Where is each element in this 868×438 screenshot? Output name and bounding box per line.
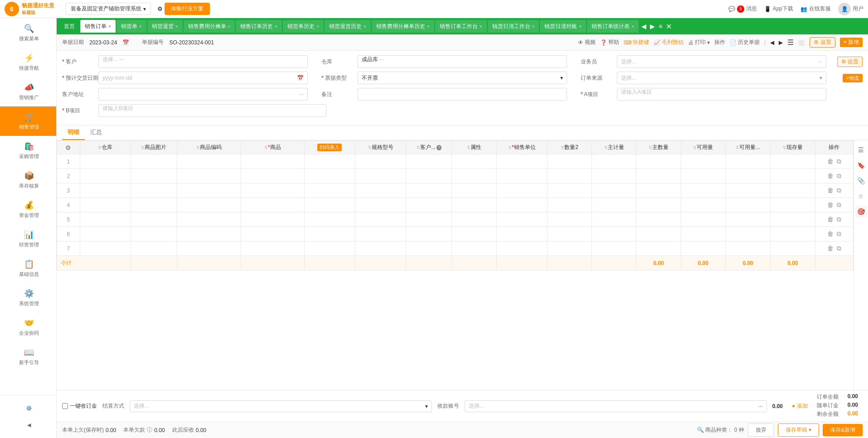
tab-sales-expense[interactable]: 销售费用分摊单 × xyxy=(184,20,235,33)
tab-next-btn[interactable]: ▶ xyxy=(648,23,657,30)
tab-summary[interactable]: 汇总 xyxy=(85,125,107,140)
calendar-icon[interactable]: 📅 xyxy=(122,39,129,46)
row-6-warehouse[interactable] xyxy=(80,227,131,241)
tab-sales-order-history[interactable]: 销售订单历史 × xyxy=(236,20,282,33)
row-5-available[interactable] xyxy=(681,212,725,227)
row-7-available[interactable] xyxy=(681,241,725,256)
tab-menu-btn[interactable]: ≡ xyxy=(657,23,664,30)
system-selector[interactable]: 装备及固定资产辅助管理系统 ▾ xyxy=(66,3,151,15)
right-panel-bookmark-icon[interactable]: 🔖 xyxy=(855,159,867,171)
sidebar-item-cooperation[interactable]: 🤝 企业协同 xyxy=(0,313,56,342)
row-4-qty2[interactable] xyxy=(547,198,592,212)
row-3-attr[interactable] xyxy=(452,183,496,198)
row-4-copy-btn[interactable]: ⧉ xyxy=(836,200,842,210)
warehouse-more-icon[interactable]: ··· xyxy=(379,56,384,63)
row-4-available2[interactable] xyxy=(725,198,771,212)
tab-sales-order[interactable]: 销售订单 × xyxy=(80,20,116,33)
row-6-customer-code[interactable] xyxy=(406,227,452,241)
setting-button[interactable]: ⚙ 设置 xyxy=(810,37,835,48)
online-service-item[interactable]: 👥 在线客服 xyxy=(800,5,831,13)
row-1-copy-btn[interactable]: ⧉ xyxy=(836,157,842,166)
row-3-main-qty[interactable] xyxy=(636,183,681,198)
tab-close-all-btn[interactable]: ✕ xyxy=(664,22,674,31)
row-3-copy-btn[interactable]: ⧉ xyxy=(836,186,842,195)
tab-prev-btn[interactable]: ◀ xyxy=(640,23,648,30)
row-3-available2[interactable] xyxy=(725,183,771,198)
row-3-customer-code[interactable] xyxy=(406,183,452,198)
row-4-main-unit[interactable] xyxy=(592,198,636,212)
delivery-input[interactable]: yyyy-mm-dd 📅 xyxy=(98,72,308,84)
row-6-delete-btn[interactable]: 🗑 xyxy=(826,229,834,238)
row-2-name[interactable] xyxy=(241,169,304,183)
tab-close-sales-bill[interactable]: × xyxy=(139,24,142,29)
right-panel-attach-icon[interactable]: 📎 xyxy=(855,175,867,187)
sidebar-item-purchase[interactable]: 🛍️ 采购管理 xyxy=(0,136,56,165)
scan-tag[interactable]: 扫码录入 xyxy=(317,144,342,151)
row-2-attr[interactable] xyxy=(452,169,496,183)
user-item[interactable]: 👤 用户 xyxy=(838,3,863,15)
row-2-unit[interactable] xyxy=(496,169,547,183)
tab-return-history[interactable]: 销货退货历史 × xyxy=(325,20,371,33)
tab-sales-bill-history[interactable]: 销货单历史 × xyxy=(283,20,324,33)
sidebar-item-system[interactable]: ⚙️ 系统管理 xyxy=(0,283,56,313)
row-7-unit[interactable] xyxy=(496,241,547,256)
row-1-main-unit[interactable] xyxy=(592,154,636,169)
row-2-warehouse[interactable] xyxy=(80,169,131,183)
tab-order-workbench[interactable]: 销售订单工作台 × xyxy=(435,20,487,33)
delivery-calendar-icon[interactable]: 📅 xyxy=(297,75,304,81)
col-settings[interactable]: ⚙ xyxy=(57,141,80,154)
row-5-image[interactable] xyxy=(131,212,177,227)
row-5-main-qty[interactable] xyxy=(636,212,681,227)
row-5-code[interactable] xyxy=(177,212,241,227)
order-source-input[interactable]: 选择... ▾ xyxy=(617,72,826,84)
account-select[interactable]: 选择... ··· xyxy=(465,400,767,412)
row-1-available2[interactable] xyxy=(725,154,771,169)
help-btn[interactable]: ❓ 帮助 xyxy=(600,39,619,46)
print-btn[interactable]: 🖨 打印 ▾ xyxy=(688,39,710,46)
row-2-copy-btn[interactable]: ⧉ xyxy=(836,171,842,181)
warehouse-input[interactable]: 成品库 ··· xyxy=(358,55,567,68)
profit-btn[interactable]: 📈 毛利预估 xyxy=(654,39,684,46)
row-2-image[interactable] xyxy=(131,169,177,183)
sidebar-item-inventory[interactable]: 📦 库存核算 xyxy=(0,165,56,195)
right-panel-list-icon[interactable]: ☰ xyxy=(855,144,867,156)
row-2-code[interactable] xyxy=(177,169,241,183)
invoice-select[interactable]: 不开票 ▾ xyxy=(358,72,567,84)
scheme-button[interactable]: 体验行业方案 xyxy=(165,3,210,15)
row-3-qty2[interactable] xyxy=(547,183,592,198)
save-new-button[interactable]: 保存&新增 xyxy=(823,424,863,436)
row-4-spec[interactable] xyxy=(355,198,406,212)
col-settings-icon[interactable]: ⚙ xyxy=(65,144,71,151)
row-7-delete-btn[interactable]: 🗑 xyxy=(826,244,834,253)
save-draft-chevron[interactable]: ▾ xyxy=(809,427,811,433)
row-3-name[interactable] xyxy=(241,183,304,198)
tab-close-daily-workbench[interactable]: × xyxy=(532,24,535,29)
row-6-scan[interactable] xyxy=(304,227,355,241)
b-project-input[interactable]: 请输入B项目 xyxy=(98,104,326,117)
row-7-stock[interactable] xyxy=(771,241,815,256)
tab-close-sales-stats[interactable]: × xyxy=(631,24,634,29)
one-click-checkbox-label[interactable]: 一键收订金 xyxy=(62,402,97,410)
address-more-icon[interactable]: ··· xyxy=(299,91,304,97)
staff-more-icon[interactable]: ··· xyxy=(818,58,822,65)
tab-close-return-history[interactable]: × xyxy=(364,24,366,29)
row-1-stock[interactable] xyxy=(771,154,815,169)
customer-more-icon[interactable]: ··· xyxy=(119,56,124,63)
row-7-scan[interactable] xyxy=(304,241,355,256)
view-btn[interactable]: 👁 视频 xyxy=(578,39,596,46)
row-1-code[interactable] xyxy=(177,154,241,169)
row-7-main-qty[interactable] xyxy=(636,241,681,256)
form-setting-btn[interactable]: ⚙ 设置 xyxy=(837,57,863,67)
row-6-image[interactable] xyxy=(131,227,177,241)
row-3-stock[interactable] xyxy=(771,183,815,198)
messages-item[interactable]: 💬 9 消息 xyxy=(728,5,757,13)
row-7-qty2[interactable] xyxy=(547,241,592,256)
row-1-qty2[interactable] xyxy=(547,154,592,169)
row-4-name[interactable] xyxy=(241,198,304,212)
row-6-code[interactable] xyxy=(177,227,241,241)
sidebar-collapse-btn[interactable]: ◀ xyxy=(0,417,56,433)
row-7-main-unit[interactable] xyxy=(592,241,636,256)
row-6-unit[interactable] xyxy=(496,227,547,241)
tab-sales-return[interactable]: 销货退货 × xyxy=(147,20,183,33)
tab-detail[interactable]: 明细 xyxy=(62,125,85,140)
